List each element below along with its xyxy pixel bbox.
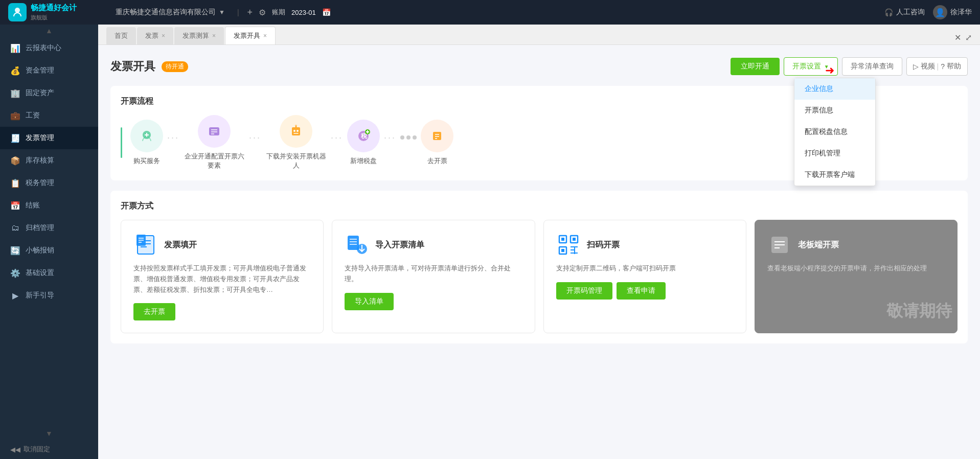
scan-invoice-apply-btn[interactable]: 查看申请 xyxy=(617,282,666,300)
svg-point-0 xyxy=(15,8,20,13)
header-actions: 立即开通 开票设置 ▼ 异常清单查询 ▷ 视频 | ? 帮助 xyxy=(731,57,968,76)
dropdown-invoice-info-label: 开票信息 xyxy=(805,106,833,114)
fill-invoice-btn[interactable]: 去开票 xyxy=(133,303,175,320)
top-right-area: 🎧 人工咨询 👤 徐泽华 xyxy=(884,5,972,19)
svg-point-10 xyxy=(295,125,297,127)
close-panel-button[interactable]: ✕ xyxy=(954,33,961,42)
connector-4: ··· xyxy=(384,132,396,153)
scan-invoice-mgmt-btn[interactable]: 开票码管理 xyxy=(556,282,612,300)
sidebar-item-basic[interactable]: ⚙️ 基础设置 xyxy=(0,262,98,284)
main-layout: ▲ 📊 云报表中心 💰 资金管理 🏢 固定资产 💼 工资 🧾 发票管理 📦 库存… xyxy=(0,25,980,459)
sidebar-label-basic: 基础设置 xyxy=(26,268,54,278)
scan-invoice-icon xyxy=(556,233,581,257)
sidebar-label-inventory: 库存核算 xyxy=(26,156,54,165)
add-button[interactable]: + xyxy=(247,7,253,18)
sidebar-label-report: 小畅报销 xyxy=(26,246,54,255)
sidebar-label-invoice: 发票管理 xyxy=(26,133,54,143)
tab-invoice-calc-close[interactable]: × xyxy=(212,32,216,39)
sidebar-item-archive[interactable]: 🗂 归档管理 xyxy=(0,217,98,239)
sidebar-item-settle[interactable]: 📅 结账 xyxy=(0,194,98,217)
step-config-label: 企业开通配置开票六要素 xyxy=(184,152,245,170)
step-add-disk: 税 新增税盘 xyxy=(347,120,380,166)
activate-button[interactable]: 立即开通 xyxy=(731,58,780,75)
svg-rect-40 xyxy=(561,249,564,252)
import-invoice-btn[interactable]: 导入清单 xyxy=(345,293,394,310)
methods-grid: 发票填开 支持按照发票样式手工填开发票；可开具增值税电子普通发票、增值税普通发票… xyxy=(121,220,958,333)
dropdown-item-company-info[interactable]: 企业信息 xyxy=(794,78,875,100)
sidebar-item-inventory[interactable]: 📦 库存核算 xyxy=(0,149,98,172)
play-icon: ▷ xyxy=(913,62,919,71)
dropdown-item-invoice-info[interactable]: 开票信息 xyxy=(794,100,875,121)
dropdown-item-printer[interactable]: 打印机管理 xyxy=(794,143,875,164)
scan-invoice-desc: 支持定制开票二维码，客户端可扫码开票 xyxy=(556,263,734,274)
dropdown-item-download-client[interactable]: 下载开票客户端 xyxy=(794,164,875,186)
step-download-robot-label: 下载并安装开票机器人 xyxy=(265,152,327,170)
step-buy-service-label: 购买服务 xyxy=(133,156,160,166)
import-invoice-desc: 支持导入待开票清单，可对待开票清单进行拆分、合并处理。 xyxy=(345,263,522,285)
sidebar-label-settle: 结账 xyxy=(26,201,40,210)
fixed-assets-icon: 🏢 xyxy=(10,88,20,98)
sidebar-item-fixed-assets[interactable]: 🏢 固定资产 xyxy=(0,82,98,104)
logo-area: 畅捷通好会计 旗舰版 xyxy=(8,3,105,21)
boss-invoice-title: 老板端开票 xyxy=(798,240,839,250)
user-name: 徐泽华 xyxy=(950,8,972,17)
report-icon: 🔄 xyxy=(10,245,20,256)
query-button[interactable]: 异常清单查询 xyxy=(842,57,902,76)
expand-panel-button[interactable]: ⤢ xyxy=(965,33,972,42)
step-go-invoice-label: 去开票 xyxy=(427,156,447,166)
settings-icon[interactable]: ⚙ xyxy=(259,8,266,17)
sidebar-label-cloud-report: 云报表中心 xyxy=(26,43,61,53)
consult-button[interactable]: 🎧 人工咨询 xyxy=(884,8,925,17)
sidebar-item-invoice[interactable]: 🧾 发票管理 xyxy=(0,127,98,149)
svg-rect-36 xyxy=(561,238,564,241)
boss-invoice-header: 老板端开票 xyxy=(767,233,945,257)
step-buy-service: 购买服务 xyxy=(130,120,163,166)
sidebar-label-fixed-assets: 固定资产 xyxy=(26,88,54,98)
sidebar-label-tax: 税务管理 xyxy=(26,178,54,188)
methods-section-title: 开票方式 xyxy=(121,201,958,212)
buy-service-icon xyxy=(130,120,163,152)
top-bar: 畅捷通好会计 旗舰版 重庆畅捷交通信息咨询有限公司 ▼ | + ⚙ 账期 202… xyxy=(0,0,980,25)
dropdown-item-tax-disk[interactable]: 配置税盘信息 xyxy=(794,121,875,143)
tab-home[interactable]: 首页 xyxy=(106,27,136,44)
boss-invoice-desc: 查看老板端小程序提交的开票申请，并作出相应的处理 xyxy=(767,263,945,274)
scan-invoice-buttons: 开票码管理 查看申请 xyxy=(556,282,734,300)
fill-invoice-title: 发票填开 xyxy=(164,240,197,250)
salary-icon: 💼 xyxy=(10,110,20,121)
tab-invoice-calc[interactable]: 发票测算 × xyxy=(174,27,224,44)
tab-bar: 首页 发票 × 发票测算 × 发票开具 × ✕ ⤢ xyxy=(98,25,980,45)
tab-invoice-close[interactable]: × xyxy=(162,32,165,39)
tab-invoice[interactable]: 发票 × xyxy=(137,27,173,44)
sidebar-scroll-up[interactable]: ▲ xyxy=(0,25,98,37)
sidebar-item-cloud-report[interactable]: 📊 云报表中心 xyxy=(0,37,98,59)
cancel-pin-button[interactable]: ◀◀ 取消固定 xyxy=(0,440,98,459)
overlay-text: 敬请期待 xyxy=(886,300,952,323)
sidebar-item-salary[interactable]: 💼 工资 xyxy=(0,104,98,127)
tab-invoice-label: 发票 xyxy=(145,31,158,40)
config-icon xyxy=(198,115,231,148)
import-invoice-icon xyxy=(345,233,369,257)
svg-rect-6 xyxy=(292,127,300,135)
company-selector[interactable]: 重庆畅捷交通信息咨询有限公司 ▼ xyxy=(111,6,229,19)
period-label: 账期 xyxy=(272,8,285,17)
cancel-pin-icon: ◀◀ xyxy=(10,446,20,453)
tab-invoice-open[interactable]: 发票开具 × xyxy=(225,27,276,44)
method-card-scan-invoice: 扫码开票 支持定制开票二维码，客户端可扫码开票 开票码管理 查看申请 xyxy=(543,220,746,333)
sidebar-scroll-down[interactable]: ▼ xyxy=(0,427,98,440)
dropdown-menu: ➜ 企业信息 开票信息 配置税盘信息 打印机管理 xyxy=(794,78,876,186)
tab-invoice-open-close[interactable]: × xyxy=(263,32,267,39)
sidebar-item-tax[interactable]: 📋 税务管理 xyxy=(0,172,98,194)
sidebar-item-report[interactable]: 🔄 小畅报销 xyxy=(0,239,98,262)
app-logo-icon xyxy=(8,3,27,21)
calendar-icon[interactable]: 📅 xyxy=(322,8,331,16)
step-add-disk-label: 新增税盘 xyxy=(350,156,377,166)
help-button[interactable]: ▷ 视频 | ? 帮助 xyxy=(906,57,968,76)
sidebar-item-fund[interactable]: 💰 资金管理 xyxy=(0,59,98,82)
cancel-pin-label: 取消固定 xyxy=(24,445,50,454)
user-area[interactable]: 👤 徐泽华 xyxy=(933,5,972,19)
sidebar-item-guide[interactable]: ▶ 新手引导 xyxy=(0,284,98,307)
connector-2: ··· xyxy=(249,132,261,153)
boss-invoice-icon xyxy=(767,233,792,257)
dropdown-company-info-label: 企业信息 xyxy=(805,84,833,93)
basic-icon: ⚙️ xyxy=(10,268,20,278)
